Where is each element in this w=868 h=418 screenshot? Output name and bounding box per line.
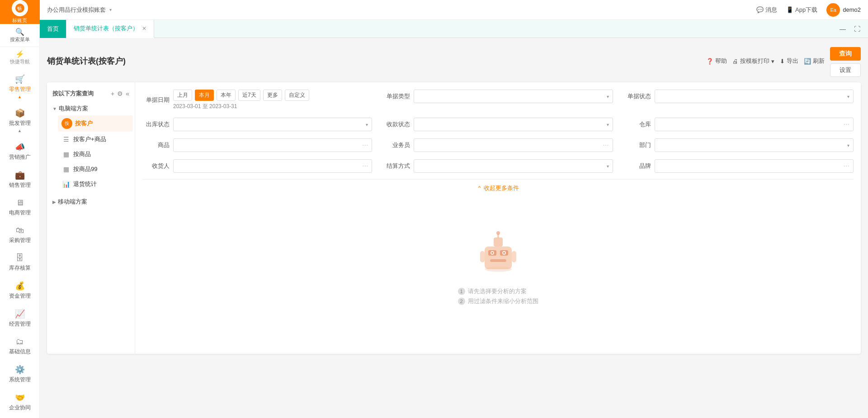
- app-download-btn[interactable]: 📱 App下载: [786, 6, 817, 14]
- message-label: 消息: [765, 6, 777, 14]
- out-status-control[interactable]: ▾: [173, 118, 372, 131]
- filter-brand-group: 品牌 ···: [624, 159, 854, 173]
- sidebar-item-retail[interactable]: 🛒 零售管理 ▲: [0, 70, 39, 104]
- sidebar-item-marketing-label: 营销推广: [9, 153, 31, 161]
- department-select[interactable]: ▾: [655, 138, 854, 152]
- salesperson-input[interactable]: ···: [414, 138, 613, 152]
- empty-tips: 1 请先选择要分析的方案 2 用过滤条件来缩小分析范围: [458, 285, 538, 307]
- warehouse-control[interactable]: ···: [655, 118, 854, 131]
- group-mobile-label: 移动端方案: [58, 198, 87, 206]
- filter-settlement-group: 结算方式 ▾: [383, 159, 613, 173]
- scheme-items-desktop: 按 按客户 ☰ 按客户+商品 ▦ 按商品 ▦: [47, 115, 135, 191]
- sidebar-item-inventory[interactable]: 🗄 库存核算: [0, 249, 39, 276]
- this-year-btn[interactable]: 本年: [217, 90, 236, 101]
- sidebar-item-sales-label: 销售管理: [9, 181, 31, 189]
- filter-settlement-row: 结算方式 ▾: [383, 159, 613, 173]
- empty-illustration: [471, 224, 525, 278]
- message-btn[interactable]: 💬 消息: [756, 6, 777, 14]
- quick-nav-item[interactable]: ⚡ 快捷导航: [0, 47, 39, 68]
- scheme-item-by-goods[interactable]: ▦ 按商品: [58, 147, 133, 162]
- svg-point-13: [496, 231, 500, 235]
- export-btn[interactable]: ⬇ 导出: [780, 57, 798, 65]
- brand-more-icon[interactable]: ···: [844, 162, 849, 170]
- doc-type-select[interactable]: ▾: [414, 90, 613, 103]
- sidebar-item-ecommerce[interactable]: 🖥 电商管理: [0, 194, 39, 221]
- warehouse-more-icon[interactable]: ···: [844, 120, 849, 128]
- refresh-btn[interactable]: 🔄 刷新: [804, 57, 825, 65]
- query-button[interactable]: 查询: [830, 47, 861, 61]
- app-logo[interactable]: 畅 标账页: [0, 0, 40, 24]
- main-area: 办公用品行业模拟账套 ▾ 💬 消息 📱 App下载 Ea demo2 首页: [40, 0, 868, 418]
- sales-icon: 💼: [15, 170, 25, 180]
- date-buttons-row: 上月 本月 本年 近7天 更多 自定义: [173, 90, 372, 101]
- this-month-btn[interactable]: 本月: [195, 90, 214, 101]
- scheme-add-btn[interactable]: +: [111, 90, 114, 97]
- salesperson-control[interactable]: ···: [414, 138, 613, 152]
- sidebar-item-marketing[interactable]: 📣 营销推广: [0, 138, 39, 166]
- goods-more-icon[interactable]: ···: [362, 141, 368, 149]
- tab-home[interactable]: 首页: [40, 20, 66, 38]
- custom-date-btn[interactable]: 自定义: [285, 90, 309, 101]
- doc-type-control[interactable]: ▾: [414, 90, 613, 103]
- scheme-item-by-customer-goods[interactable]: ☰ 按客户+商品: [58, 132, 133, 147]
- help-btn[interactable]: ❓ 帮助: [706, 57, 727, 65]
- doc-status-label: 单据状态: [624, 92, 651, 100]
- brand-input[interactable]: ···: [655, 159, 854, 173]
- doc-status-control[interactable]: ▾: [655, 90, 854, 103]
- sidebar-item-operations[interactable]: 📈 经营管理: [0, 304, 39, 332]
- content-panel: 按以下方案查询 + ⚙ « ▼ 电脑端方案: [47, 82, 861, 354]
- industry-selector[interactable]: 办公用品行业模拟账套 ▾: [47, 6, 112, 14]
- scheme-item-return-stat[interactable]: 📊 退货统计: [58, 177, 133, 191]
- warehouse-input[interactable]: ···: [655, 118, 854, 131]
- goods-control[interactable]: ···: [173, 138, 372, 152]
- prev-month-btn[interactable]: 上月: [173, 90, 192, 101]
- tab-sales-stat[interactable]: 销货单统计表（按客户） ✕: [66, 20, 154, 38]
- collect-status-control[interactable]: ▾: [414, 118, 613, 131]
- sidebar-item-finance[interactable]: 💰 资金管理: [0, 276, 39, 304]
- filter-area: 单据日期 上月 本月 本年 近7天 更多 自定义 20: [135, 82, 861, 354]
- refresh-label: 刷新: [813, 57, 825, 65]
- date-range-text: 2023-03-01 至 2023-03-31: [173, 103, 372, 110]
- receiver-control[interactable]: ···: [173, 159, 372, 173]
- last7days-btn[interactable]: 近7天: [238, 90, 260, 101]
- sidebar-item-basics[interactable]: 🗂 基础信息: [0, 332, 39, 360]
- goods-input[interactable]: ···: [173, 138, 372, 152]
- receiver-input[interactable]: ···: [173, 159, 372, 173]
- sidebar-item-newbie[interactable]: 🚀 新手引导: [0, 416, 39, 418]
- tab-minimize-btn[interactable]: —: [837, 24, 848, 34]
- scheme-group-desktop-header[interactable]: ▼ 电脑端方案: [47, 102, 135, 115]
- sidebar-item-sales[interactable]: 💼 销售管理: [0, 166, 39, 194]
- sidebar-item-purchase[interactable]: 🛍 采购管理: [0, 221, 39, 249]
- sidebar-item-system[interactable]: ⚙️ 系统管理: [0, 360, 39, 388]
- search-menu-item[interactable]: 🔍 搜索菜单: [0, 24, 39, 47]
- tab-close-icon[interactable]: ✕: [142, 25, 146, 32]
- settlement-control[interactable]: ▾: [414, 159, 613, 173]
- filter-doc-type-row: 单据类型 ▾: [383, 90, 613, 103]
- scheme-settings-btn[interactable]: ⚙: [117, 90, 123, 97]
- user-menu[interactable]: Ea demo2: [826, 3, 861, 17]
- doc-status-select[interactable]: ▾: [655, 90, 854, 103]
- by-customer-icon: 按: [61, 118, 72, 129]
- sidebar-item-operations-label: 经营管理: [9, 320, 31, 328]
- settlement-select[interactable]: ▾: [414, 159, 613, 173]
- sidebar-item-wholesale[interactable]: 📦 批发管理 ▲: [0, 104, 39, 138]
- department-control[interactable]: ▾: [655, 138, 854, 152]
- sidebar-item-enterprise[interactable]: 🤝 企业协同: [0, 388, 39, 416]
- filter-receiver-row: 收货人 ···: [142, 159, 372, 173]
- more-date-btn[interactable]: 更多: [263, 90, 282, 101]
- scheme-item-by-customer[interactable]: 按 按客户: [58, 115, 133, 132]
- settings-button[interactable]: 设置: [830, 63, 861, 77]
- scheme-item-by-goods-99[interactable]: ▦ 按商品99: [58, 162, 133, 176]
- receiver-more-icon[interactable]: ···: [362, 162, 368, 170]
- scheme-collapse-btn[interactable]: «: [126, 90, 129, 97]
- out-status-select[interactable]: ▾: [173, 118, 372, 131]
- salesperson-more-icon[interactable]: ···: [603, 141, 609, 149]
- collect-status-select[interactable]: ▾: [414, 118, 613, 131]
- brand-control[interactable]: ···: [655, 159, 854, 173]
- template-print-btn[interactable]: 🖨 按模板打印 ▾: [732, 57, 774, 65]
- receiver-label: 收货人: [142, 162, 170, 170]
- scheme-group-mobile-header[interactable]: ▶ 移动端方案: [47, 195, 135, 208]
- scheme-item-by-goods-label: 按商品: [73, 150, 91, 158]
- tab-maximize-btn[interactable]: ⛶: [852, 24, 863, 34]
- collapse-bar[interactable]: ⌃ 收起更多条件: [142, 180, 854, 197]
